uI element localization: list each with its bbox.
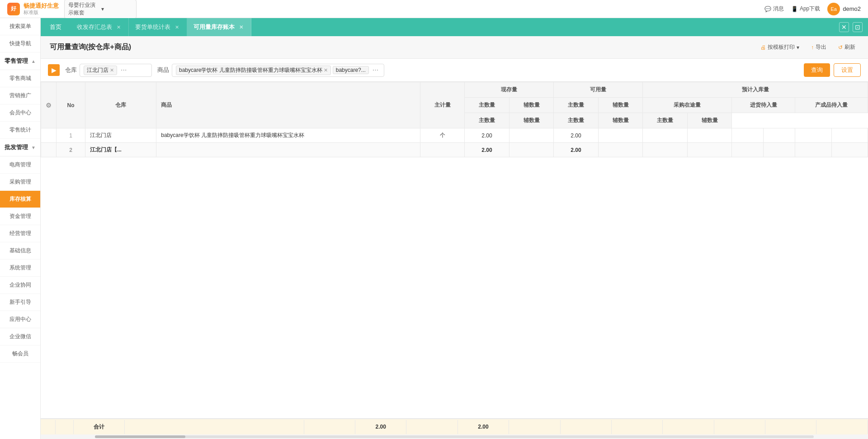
table-row: 1 江北门店 babycare学饮杯 儿童防摔防撞吸管杯重力球吸嘴杯宝宝水杯 个… bbox=[41, 128, 868, 143]
cell-prod-aux-1 bbox=[831, 128, 868, 143]
cell-inc-main-1 bbox=[732, 128, 764, 143]
cell-avail-aux-1 bbox=[598, 128, 643, 143]
th-no: No bbox=[57, 82, 85, 128]
top-bar-right: 💬 消息 📱 App下载 Ea demo2 bbox=[764, 3, 861, 15]
cell-avail-aux-2 bbox=[598, 143, 643, 157]
cell-no-2: 2 bbox=[57, 143, 85, 157]
cell-unit-2 bbox=[420, 143, 465, 157]
query-button[interactable]: 查询 bbox=[804, 63, 830, 77]
warehouse-filter-input[interactable]: 江北门店 ✕ ··· bbox=[80, 64, 152, 77]
product-filter-input[interactable]: babycare学饮杯 儿童防摔防撞吸管杯重力球吸嘴杯宝宝水杯 ✕ babyca… bbox=[172, 64, 384, 77]
print-template-btn[interactable]: 🖨 按模板打印 ▾ bbox=[757, 42, 803, 53]
cell-warehouse-1: 江北门店 bbox=[85, 128, 156, 143]
sidebar-item-collab[interactable]: 企业协同 bbox=[0, 277, 40, 294]
logo-text: 畅捷通好生意 标准版 bbox=[24, 2, 59, 15]
th-settings[interactable]: ⚙ bbox=[41, 82, 57, 128]
tab-available[interactable]: 可用量库存账本 ✕ bbox=[187, 18, 251, 36]
tab-close-summary[interactable]: ✕ bbox=[115, 24, 122, 31]
table-footer: 合计 2.00 2.00 bbox=[41, 418, 868, 434]
page-header: 可用量查询(按仓库+商品) 🖨 按模板打印 ▾ ↑ 导出 ↺ 刷新 bbox=[41, 36, 868, 59]
th-stock-main: 主数量 bbox=[465, 98, 509, 113]
app-download-btn[interactable]: 📱 App下载 bbox=[791, 5, 820, 13]
cell-pur-main-1 bbox=[643, 128, 688, 143]
tab-order-stats[interactable]: 要货单统计表 ✕ bbox=[129, 18, 187, 36]
sidebar-item-retail-mall[interactable]: 零售商城 bbox=[0, 70, 40, 87]
content-area: 首页 收发存汇总表 ✕ 要货单统计表 ✕ 可用量库存账本 ✕ ✕ ⊡ 可用量查询… bbox=[41, 18, 868, 439]
sidebar-item-wholesale[interactable]: 批发管理 ▼ bbox=[0, 139, 40, 156]
sidebar-item-purchase[interactable]: 采购管理 bbox=[0, 174, 40, 191]
sidebar-item-marketing[interactable]: 营销推广 bbox=[0, 87, 40, 104]
sidebar-item-system[interactable]: 系统管理 bbox=[0, 260, 40, 277]
cell-product-1: babycare学饮杯 儿童防摔防撞吸管杯重力球吸嘴杯宝宝水杯 bbox=[156, 128, 420, 143]
tab-summary[interactable]: 收发存汇总表 ✕ bbox=[71, 18, 129, 36]
table-wrapper[interactable]: ⚙ No 仓库 商品 主计量 现存量 可用量 预计入库量 主数量 辅数量 主数量 bbox=[41, 82, 868, 418]
th-inc-main: 主数量 bbox=[554, 113, 599, 128]
page-title: 可用量查询(按仓库+商品) bbox=[50, 42, 131, 52]
export-btn[interactable]: ↑ 导出 bbox=[807, 42, 830, 53]
th-main-unit: 主计量 bbox=[420, 82, 465, 128]
cell-warehouse-2: 江北门店【... bbox=[85, 143, 156, 157]
scrollbar-thumb[interactable] bbox=[95, 435, 185, 438]
message-btn[interactable]: 💬 消息 bbox=[764, 5, 784, 13]
tab-restore-btn[interactable]: ⊡ bbox=[853, 22, 863, 32]
warehouse-more-btn[interactable]: ··· bbox=[119, 66, 128, 74]
th-pur-transit: 采购在途量 bbox=[643, 98, 732, 113]
th-avail-aux: 辅数量 bbox=[598, 98, 643, 113]
sidebar-item-chang-member[interactable]: 畅会员 bbox=[0, 345, 40, 363]
tab-close-order-stats[interactable]: ✕ bbox=[173, 24, 180, 31]
tab-home[interactable]: 首页 bbox=[41, 18, 71, 36]
sidebar-item-finance[interactable]: 资金管理 bbox=[0, 208, 40, 225]
industry-selector[interactable]: 母婴行业演示账套 ▾ bbox=[64, 0, 137, 19]
sidebar-item-app-center[interactable]: 应用中心 bbox=[0, 311, 40, 328]
tab-close-available[interactable]: ✕ bbox=[237, 24, 245, 31]
cell-product-2 bbox=[156, 143, 420, 157]
sidebar-item-retail-stats[interactable]: 零售统计 bbox=[0, 122, 40, 139]
page-actions: 🖨 按模板打印 ▾ ↑ 导出 ↺ 刷新 bbox=[757, 42, 859, 53]
sidebar-item-search[interactable]: 搜索菜单 bbox=[0, 18, 40, 35]
tab-actions: ✕ ⊡ bbox=[834, 18, 868, 36]
print-icon: 🖨 bbox=[760, 44, 766, 51]
sidebar-item-retail-mgmt[interactable]: 零售管理 ▲ bbox=[0, 52, 40, 70]
cell-unit-1: 个 bbox=[420, 128, 465, 143]
th-warehouse: 仓库 bbox=[85, 82, 156, 128]
refresh-btn[interactable]: ↺ 刷新 bbox=[835, 42, 859, 53]
warehouse-label: 仓库 bbox=[65, 66, 77, 74]
product-tag1-remove[interactable]: ✕ bbox=[324, 67, 328, 73]
settings-button[interactable]: 设置 bbox=[834, 63, 861, 77]
sidebar-item-basic-info[interactable]: 基础信息 bbox=[0, 242, 40, 260]
th-incoming: 进货待入量 bbox=[732, 98, 795, 113]
table-row: 2 江北门店【... 2.00 2.00 bbox=[41, 143, 868, 157]
sidebar-item-operations[interactable]: 经营管理 bbox=[0, 225, 40, 242]
sidebar-item-member[interactable]: 会员中心 bbox=[0, 104, 40, 122]
footer-avail-main: 2.00 bbox=[458, 420, 509, 434]
sidebar-item-inventory[interactable]: 库存核算 bbox=[0, 191, 40, 208]
logo-icon: 好 bbox=[7, 3, 20, 15]
cell-settings bbox=[41, 128, 57, 143]
th-production: 产成品待入量 bbox=[795, 98, 868, 113]
footer-label: 合计 bbox=[73, 420, 124, 434]
username-label: demo2 bbox=[843, 5, 861, 12]
cell-inc-aux-2 bbox=[764, 143, 795, 157]
top-bar-left: 好 畅捷通好生意 标准版 母婴行业演示账套 ▾ bbox=[7, 0, 137, 19]
sidebar-item-quicknav[interactable]: 快捷导航 bbox=[0, 35, 40, 52]
th-product: 商品 bbox=[156, 82, 420, 128]
horizontal-scrollbar[interactable] bbox=[41, 434, 868, 439]
data-table: ⚙ No 仓库 商品 主计量 现存量 可用量 预计入库量 主数量 辅数量 主数量 bbox=[41, 82, 868, 157]
sidebar: 搜索菜单 快捷导航 零售管理 ▲ 零售商城 营销推广 会员中心 零售统计 批发管… bbox=[0, 18, 41, 439]
user-area[interactable]: Ea demo2 bbox=[827, 3, 861, 15]
th-pur-main: 主数量 bbox=[465, 113, 509, 128]
filter-toggle-btn[interactable]: ▶ bbox=[48, 64, 60, 76]
th-pur-aux: 辅数量 bbox=[509, 113, 554, 128]
product-more-btn[interactable]: ··· bbox=[371, 66, 380, 74]
cell-stock-main-1: 2.00 bbox=[465, 128, 509, 143]
cell-stock-aux-2 bbox=[509, 143, 554, 157]
column-settings-icon: ⚙ bbox=[46, 102, 52, 109]
top-bar: 好 畅捷通好生意 标准版 母婴行业演示账套 ▾ 💬 消息 📱 App下载 Ea … bbox=[0, 0, 868, 18]
warehouse-tag-remove[interactable]: ✕ bbox=[110, 67, 114, 73]
tab-close-btn[interactable]: ✕ bbox=[839, 22, 849, 32]
sidebar-item-enterprise-wechat[interactable]: 企业微信 bbox=[0, 328, 40, 345]
cell-inc-main-2 bbox=[732, 143, 764, 157]
sidebar-item-newbie[interactable]: 新手引导 bbox=[0, 294, 40, 311]
sidebar-item-ecommerce[interactable]: 电商管理 bbox=[0, 156, 40, 174]
cell-prod-main-1 bbox=[795, 128, 831, 143]
